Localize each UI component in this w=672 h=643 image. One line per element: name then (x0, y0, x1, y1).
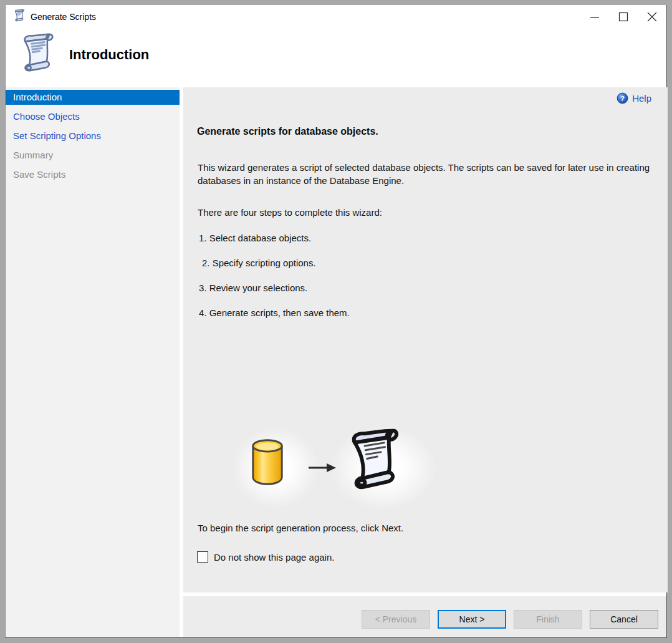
finish-button[interactable]: Finish (514, 610, 582, 629)
cancel-button[interactable]: Cancel (590, 610, 658, 629)
sidebar-item-choose-objects[interactable]: Choose Objects (6, 109, 180, 124)
dont-show-again-checkbox[interactable] (197, 551, 208, 563)
minimize-icon (589, 11, 600, 22)
step-1: 1. Select database objects. (199, 233, 311, 243)
sidebar-item-set-scripting-options[interactable]: Set Scripting Options (6, 128, 180, 143)
maximize-icon (618, 11, 629, 22)
sidebar-item-introduction[interactable]: Introduction (6, 90, 180, 105)
window-title: Generate Scripts (31, 12, 96, 22)
close-icon (646, 11, 658, 23)
title-bar: .sc-body{fill:#f0f4fd;}.sc-curl{fill:#d9… (6, 5, 666, 28)
introduction-page-panel: ? Help Generate scripts for database obj… (183, 87, 668, 592)
help-link[interactable]: ? Help (617, 92, 651, 104)
previous-button[interactable]: < Previous (362, 610, 430, 629)
arrow-right-icon (308, 462, 337, 473)
steps-intro: There are four steps to complete this wi… (198, 207, 382, 218)
maximize-button[interactable] (609, 5, 638, 28)
scroll-header-icon (16, 31, 55, 84)
page-title: Introduction (69, 47, 149, 63)
script-scroll-icon (335, 428, 408, 505)
footer-note: To begin the script generation process, … (198, 523, 403, 533)
scroll-app-icon: .sc-body{fill:#f0f4fd;}.sc-curl{fill:#d9… (12, 9, 26, 24)
step-4: 4. Generate scripts, then save them. (199, 307, 350, 318)
minimize-button[interactable] (580, 5, 609, 28)
step-3: 3. Review your selections. (199, 283, 307, 293)
intro-paragraph: This wizard generates a script of select… (198, 161, 654, 188)
help-icon: ? (617, 92, 628, 104)
step-2: 2. Specify scripting options. (202, 258, 316, 268)
dont-show-again-label: Do not show this page again. (214, 552, 334, 563)
database-to-script-illustration (232, 426, 438, 510)
sidebar-item-save-scripts: Save Scripts (6, 167, 180, 182)
main-heading: Generate scripts for database objects. (197, 126, 378, 137)
close-button[interactable] (638, 5, 666, 28)
wizard-button-bar: < Previous Next > Finish Cancel (183, 596, 666, 637)
database-icon (249, 437, 286, 488)
wizard-window: .sc-body{fill:#f0f4fd;}.sc-curl{fill:#d9… (5, 5, 667, 638)
next-button[interactable]: Next > (438, 610, 506, 629)
svg-text:?: ? (620, 95, 625, 102)
wizard-header: Introduction (6, 28, 666, 87)
window-controls (580, 5, 666, 28)
help-label: Help (632, 93, 651, 104)
wizard-steps-sidebar: Introduction Choose Objects Set Scriptin… (6, 87, 180, 637)
sidebar-item-summary: Summary (6, 148, 180, 163)
dont-show-again-row[interactable]: Do not show this page again. (197, 551, 334, 563)
